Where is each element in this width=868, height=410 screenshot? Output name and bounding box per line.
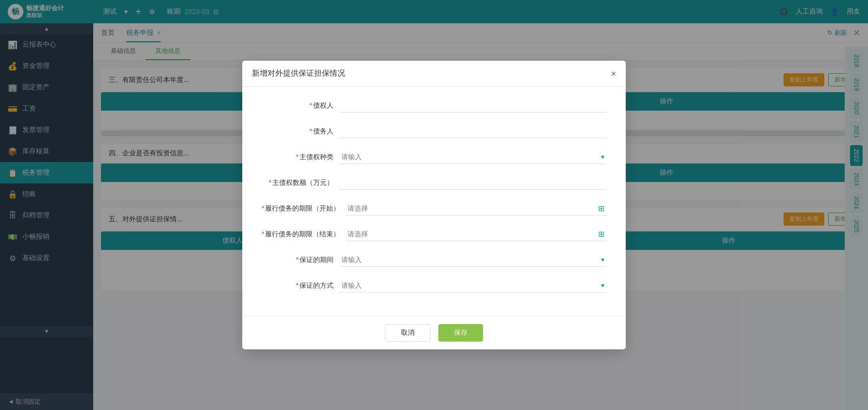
- debt-type-dropdown-icon[interactable]: ▾: [599, 153, 606, 161]
- modal-overlay: 新增对外提供保证担保情况 × *债权人 *债务人 *: [0, 0, 868, 410]
- guarantee-period-label: *保证的期间: [262, 256, 339, 264]
- period-end-input[interactable]: [346, 227, 596, 241]
- period-start-label: *履行债务的期限（开始）: [262, 204, 346, 213]
- cancel-button[interactable]: 取消: [385, 324, 431, 342]
- guarantee-period-dropdown-icon[interactable]: ▾: [599, 256, 606, 263]
- save-button[interactable]: 保存: [438, 324, 483, 342]
- debt-type-select-wrap: ▾: [339, 150, 606, 164]
- guarantee-method-label: *保证的方式: [262, 281, 339, 290]
- form-row-period-end: *履行债务的期限（结束） ⊞: [262, 227, 606, 241]
- debt-type-label: *主债权种类: [262, 153, 339, 162]
- debtor-label: *债务人: [262, 127, 339, 136]
- form-row-debtor: *债务人: [262, 124, 606, 138]
- guarantee-method-select-wrap: ▾: [339, 279, 606, 293]
- modal-close-button[interactable]: ×: [611, 69, 616, 78]
- period-start-calendar-icon[interactable]: ⊞: [596, 204, 606, 213]
- debt-amount-input[interactable]: [339, 176, 606, 190]
- period-end-wrap: ⊞: [346, 227, 606, 241]
- period-end-calendar-icon[interactable]: ⊞: [596, 230, 606, 239]
- debt-amount-label: *主债权数额（万元）: [262, 179, 339, 187]
- creditor-label: *债权人: [262, 101, 339, 110]
- debt-type-input[interactable]: [339, 150, 599, 164]
- modal-body: *债权人 *债务人 *主债权种类 ▾: [242, 87, 626, 316]
- period-start-input[interactable]: [346, 201, 596, 215]
- period-end-label: *履行债务的期限（结束）: [262, 230, 346, 239]
- debtor-input[interactable]: [339, 124, 606, 138]
- modal-header: 新增对外提供保证担保情况 ×: [242, 61, 626, 87]
- form-row-debt-amount: *主债权数额（万元）: [262, 176, 606, 190]
- form-row-debt-type: *主债权种类 ▾: [262, 150, 606, 164]
- modal-footer: 取消 保存: [242, 316, 626, 349]
- guarantee-period-input[interactable]: [339, 253, 599, 266]
- guarantee-period-select-wrap: ▾: [339, 253, 606, 267]
- creditor-input[interactable]: [339, 98, 606, 113]
- modal-title: 新增对外提供保证担保情况: [252, 68, 345, 79]
- guarantee-method-input[interactable]: [339, 279, 599, 292]
- form-row-period-start: *履行债务的期限（开始） ⊞: [262, 201, 606, 215]
- form-row-guarantee-method: *保证的方式 ▾: [262, 279, 606, 293]
- modal-dialog: 新增对外提供保证担保情况 × *债权人 *债务人 *: [242, 61, 626, 349]
- period-start-wrap: ⊞: [346, 201, 606, 215]
- form-row-creditor: *债权人: [262, 98, 606, 113]
- guarantee-method-dropdown-icon[interactable]: ▾: [599, 281, 606, 289]
- form-row-guarantee-period: *保证的期间 ▾: [262, 253, 606, 267]
